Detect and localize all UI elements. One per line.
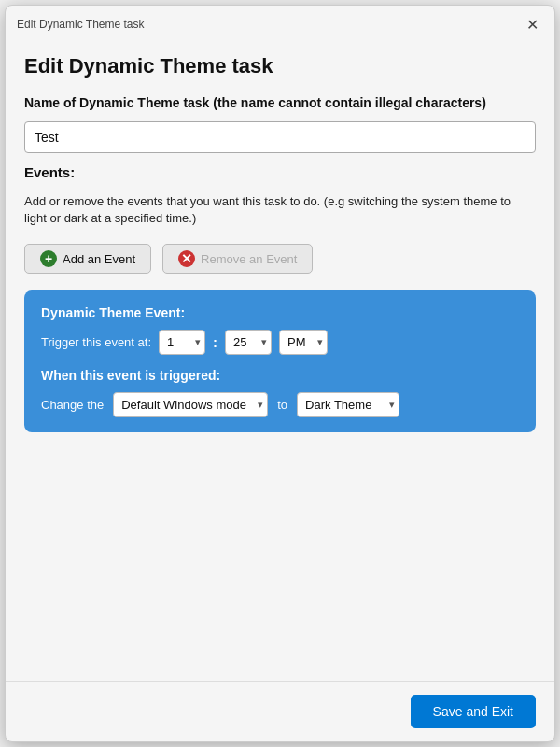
dialog-footer: Save and Exit	[6, 681, 554, 741]
events-label: Events:	[24, 164, 536, 180]
trigger-label: Trigger this event at:	[41, 335, 151, 349]
events-description: Add or remove the events that you want t…	[24, 193, 536, 227]
add-event-button[interactable]: + Add an Event	[24, 244, 151, 274]
event-buttons-row: + Add an Event ✕ Remove an Event	[24, 244, 536, 274]
close-button[interactable]: ✕	[521, 13, 543, 35]
mode-select[interactable]: Default Windows mode App mode	[113, 392, 268, 417]
add-event-label: Add an Event	[63, 252, 135, 266]
theme-select[interactable]: Dark Theme Light Theme	[297, 392, 399, 417]
ampm-select-wrap: AM PM	[279, 330, 328, 355]
time-colon: :	[213, 334, 217, 350]
titlebar: Edit Dynamic Theme task ✕	[6, 6, 554, 39]
ampm-select[interactable]: AM PM	[279, 330, 328, 355]
name-label: Name of Dynamic Theme task (the name can…	[24, 95, 536, 110]
remove-icon: ✕	[178, 250, 195, 267]
save-exit-button[interactable]: Save and Exit	[411, 695, 536, 728]
minute-select[interactable]: 00 05 10 15 20 25 30 35 40 45 50 55	[225, 330, 272, 355]
dialog-heading: Edit Dynamic Theme task	[24, 54, 536, 78]
when-triggered-label: When this event is triggered:	[41, 368, 519, 383]
hour-select[interactable]: 1 2 3 4 5 6 7 8 9 10 11 12	[159, 330, 205, 355]
event-card-title: Dynamic Theme Event:	[41, 305, 519, 320]
remove-event-button[interactable]: ✕ Remove an Event	[162, 244, 313, 274]
remove-event-label: Remove an Event	[201, 252, 297, 266]
theme-select-wrap: Dark Theme Light Theme	[297, 392, 399, 417]
minute-select-wrap: 00 05 10 15 20 25 30 35 40 45 50 55	[225, 330, 272, 355]
trigger-row: Trigger this event at: 1 2 3 4 5 6 7 8 9…	[41, 330, 519, 355]
change-the-label: Change the	[41, 398, 104, 412]
dialog-content: Edit Dynamic Theme task Name of Dynamic …	[6, 39, 554, 681]
to-label: to	[277, 398, 287, 412]
change-row: Change the Default Windows mode App mode…	[41, 392, 519, 417]
task-name-input[interactable]	[24, 121, 536, 153]
titlebar-title: Edit Dynamic Theme task	[17, 18, 145, 31]
mode-select-wrap: Default Windows mode App mode	[113, 392, 268, 417]
add-icon: +	[40, 250, 57, 267]
event-card: Dynamic Theme Event: Trigger this event …	[24, 290, 536, 432]
hour-select-wrap: 1 2 3 4 5 6 7 8 9 10 11 12	[159, 330, 205, 355]
edit-dialog: Edit Dynamic Theme task ✕ Edit Dynamic T…	[5, 5, 555, 742]
